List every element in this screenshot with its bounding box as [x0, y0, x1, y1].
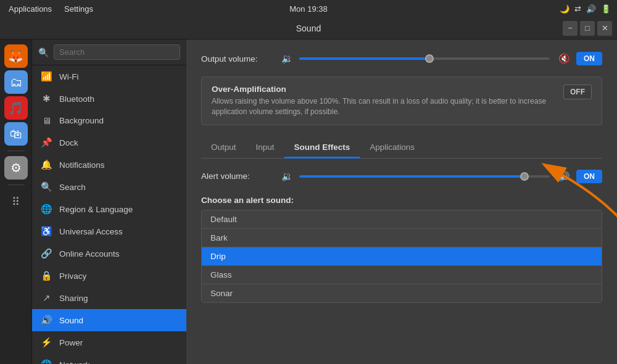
sound-icon: 🔊: [41, 315, 52, 326]
over-amp-toggle: OFF: [563, 85, 592, 99]
sound-item-glass[interactable]: Glass: [202, 266, 602, 284]
dock-firefox[interactable]: 🦊: [4, 44, 28, 68]
universal-icon: ♿: [41, 226, 52, 237]
taskbar-moon-icon: 🌙: [560, 4, 569, 14]
sidebar-item-online-accounts[interactable]: 🔗 Online Accounts: [32, 242, 186, 265]
window: Sound − □ ✕ 🦊 🗂 🎵 🛍 ⚙ ⠿ 🔍: [0, 17, 617, 364]
dock-icon-sidebar: 📌: [41, 137, 52, 148]
tab-sound-effects[interactable]: Sound Effects: [284, 138, 360, 159]
sound-list: Default Bark Drip Glass Sonar: [201, 210, 602, 303]
tab-applications[interactable]: Applications: [360, 138, 424, 159]
sidebar-item-network[interactable]: 🌐 Network: [32, 354, 186, 364]
alert-volume-low-icon: 🔉: [281, 171, 293, 182]
sharing-icon: ↗: [41, 292, 52, 304]
sound-item-bark[interactable]: Bark: [202, 229, 602, 247]
titlebar: Sound − □ ✕: [0, 17, 617, 39]
notifications-icon: 🔔: [41, 159, 52, 170]
output-volume-slider[interactable]: [299, 52, 550, 65]
dock-separator: [7, 151, 25, 151]
alert-toggle-button[interactable]: ON: [576, 170, 602, 183]
bluetooth-icon: ✱: [41, 93, 52, 104]
dock-store[interactable]: 🛍: [4, 122, 28, 146]
output-volume-row: Output volume: 🔉 🔇 ON: [201, 52, 602, 65]
minimize-button[interactable]: −: [563, 21, 578, 36]
output-mute-icon: 🔇: [558, 53, 570, 64]
privacy-icon: 🔒: [41, 270, 52, 281]
alert-slider-fill: [299, 175, 524, 178]
sidebar-item-label-bluetooth: Bluetooth: [59, 94, 94, 104]
power-icon: ⚡: [41, 337, 52, 348]
dock-system-settings[interactable]: ⚙: [4, 156, 28, 180]
dock-finder[interactable]: 🗂: [4, 70, 28, 94]
over-amp-title: Over-Amplification: [212, 85, 556, 94]
sidebar-search-input[interactable]: [54, 44, 180, 60]
sidebar-item-label-online-accounts: Online Accounts: [59, 249, 120, 259]
dock: 🦊 🗂 🎵 🛍 ⚙ ⠿: [0, 39, 32, 364]
alert-slider-thumb[interactable]: [520, 172, 529, 181]
over-amp-toggle-button[interactable]: OFF: [563, 85, 592, 99]
close-button[interactable]: ✕: [597, 21, 612, 36]
taskbar: Applications Settings Mon 19:38 🌙 ⇄ 🔊 🔋: [0, 0, 617, 17]
sidebar-item-power[interactable]: ⚡ Power: [32, 331, 186, 354]
alert-mute-icon: 🔊: [558, 171, 570, 182]
taskbar-battery-icon: 🔋: [601, 4, 611, 14]
alert-sound-title: Choose an alert sound:: [201, 196, 602, 205]
alert-volume-slider[interactable]: [299, 170, 550, 183]
output-toggle-button[interactable]: ON: [576, 52, 602, 65]
sound-item-sonar[interactable]: Sonar: [202, 284, 602, 302]
sidebar-item-label-sound: Sound: [59, 316, 83, 325]
sidebar-item-label-background: Background: [59, 116, 104, 125]
output-slider-track: [299, 57, 550, 60]
sidebar-item-notifications[interactable]: 🔔 Notifications: [32, 154, 186, 176]
window-title: Sound: [296, 23, 321, 33]
sidebar-item-bluetooth[interactable]: ✱ Bluetooth: [32, 88, 186, 110]
taskbar-vol-icon: 🔊: [586, 4, 596, 14]
sidebar-item-label-wifi: Wi-Fi: [59, 72, 78, 81]
wifi-icon: 📶: [41, 71, 52, 82]
sidebar-item-region[interactable]: 🌐 Region & Language: [32, 198, 186, 220]
region-icon: 🌐: [41, 204, 52, 215]
over-amplification-box: Over-Amplification Allows raising the vo…: [201, 77, 602, 125]
taskbar-clock: Mon 19:38: [289, 4, 327, 14]
output-volume-label: Output volume:: [201, 54, 275, 64]
sidebar-item-privacy[interactable]: 🔒 Privacy: [32, 265, 186, 287]
alert-slider-track: [299, 175, 550, 178]
sidebar-item-label-region: Region & Language: [59, 205, 133, 214]
sidebar-item-sound[interactable]: 🔊 Sound: [32, 309, 186, 331]
sound-item-drip[interactable]: Drip: [202, 247, 602, 266]
over-amp-desc: Allows raising the volume above 100%. Th…: [212, 96, 556, 117]
taskbar-arrow-icon: ⇄: [574, 4, 581, 14]
online-accounts-icon: 🔗: [41, 248, 52, 259]
sidebar-item-label-dock: Dock: [59, 138, 78, 147]
dock-music[interactable]: 🎵: [4, 96, 28, 120]
sidebar-search-icon: 🔍: [38, 48, 49, 57]
sidebar-item-universal[interactable]: ♿ Universal Access: [32, 220, 186, 242]
sidebar-item-dock[interactable]: 📌 Dock: [32, 131, 186, 154]
sidebar-item-label-sharing: Sharing: [59, 294, 88, 303]
titlebar-controls: − □ ✕: [563, 21, 612, 36]
sidebar: 🔍 📶 Wi-Fi ✱ Bluetooth 🖥 Background 📌 Doc…: [32, 39, 186, 364]
dock-separator-2: [7, 184, 25, 185]
dock-grid[interactable]: ⠿: [4, 190, 28, 213]
alert-sound-section: Choose an alert sound: Default Bark Drip…: [201, 196, 602, 303]
tab-input[interactable]: Input: [246, 138, 284, 159]
output-slider-fill: [299, 57, 429, 60]
sidebar-item-label-universal: Universal Access: [59, 227, 123, 236]
search-icon: 🔍: [41, 181, 52, 192]
sidebar-item-background[interactable]: 🖥 Background: [32, 110, 186, 131]
sidebar-item-wifi[interactable]: 📶 Wi-Fi: [32, 65, 186, 88]
maximize-button[interactable]: □: [580, 21, 595, 36]
alert-volume-row: Alert volume: 🔉 🔊 ON: [201, 170, 602, 183]
taskbar-apps[interactable]: Applications: [6, 3, 54, 15]
sidebar-item-sharing[interactable]: ↗ Sharing: [32, 287, 186, 309]
sidebar-item-label-power: Power: [59, 338, 83, 347]
sidebar-item-search[interactable]: 🔍 Search: [32, 176, 186, 198]
taskbar-settings[interactable]: Settings: [62, 3, 96, 15]
tab-output[interactable]: Output: [201, 138, 246, 159]
taskbar-right: 🌙 ⇄ 🔊 🔋: [560, 4, 611, 14]
output-slider-thumb[interactable]: [425, 54, 434, 63]
main-panel: Output volume: 🔉 🔇 ON Over-Amplification…: [186, 39, 617, 364]
sound-item-default[interactable]: Default: [202, 210, 602, 229]
sidebar-search-bar: 🔍: [32, 39, 186, 65]
sidebar-item-label-notifications: Notifications: [59, 160, 105, 170]
